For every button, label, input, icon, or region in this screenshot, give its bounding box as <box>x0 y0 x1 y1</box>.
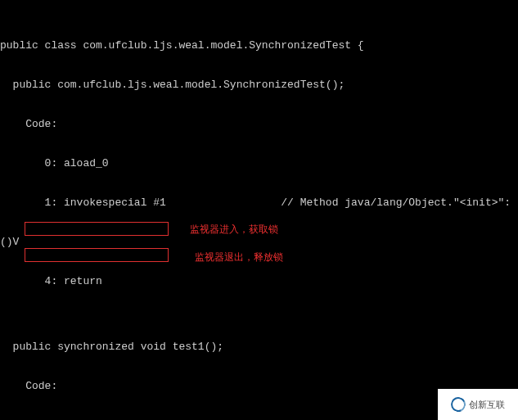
terminal-output: public class com.ufclub.ljs.weal.model.S… <box>0 0 518 420</box>
highlight-box-monitorenter <box>25 222 169 236</box>
code-line: public class com.ufclub.ljs.weal.model.S… <box>0 39 518 52</box>
code-line: public com.ufclub.ljs.weal.model.Synchro… <box>0 79 518 92</box>
highlight-box-monitorexit <box>25 248 169 262</box>
code-line: 0: aload_0 <box>0 157 518 170</box>
watermark: 创新互联 <box>438 389 518 420</box>
annotation-monitorenter: 监视器进入，获取锁 <box>190 223 278 236</box>
code-line: 4: return <box>0 275 518 288</box>
annotation-monitorexit: 监视器退出，释放锁 <box>195 251 283 264</box>
code-line: 1: invokespecial #1 // Method java/lang/… <box>0 196 518 210</box>
code-line: ()V <box>0 236 518 249</box>
watermark-text: 创新互联 <box>469 398 505 411</box>
watermark-logo-icon <box>448 395 467 413</box>
code-line: public synchronized void test1(); <box>0 341 518 354</box>
code-line: Code: <box>0 118 518 131</box>
